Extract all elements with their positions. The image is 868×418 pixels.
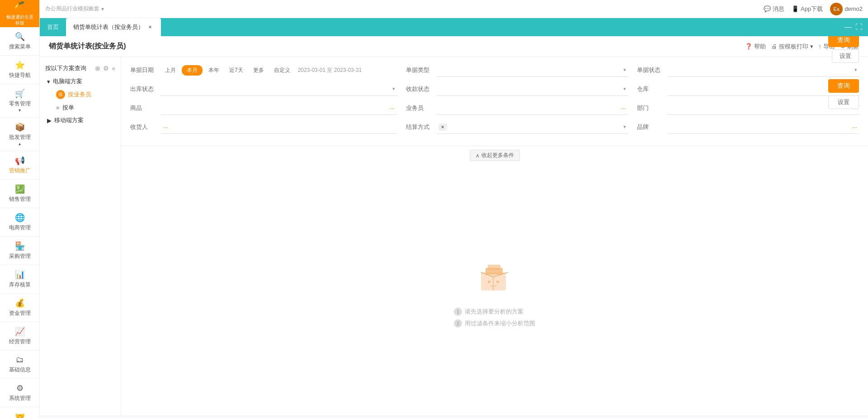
left-panel-title: 按以下方案查询 <box>45 64 86 72</box>
out-status-chevron: ▾ <box>392 86 395 92</box>
salesperson-select[interactable]: ··· <box>437 101 628 115</box>
basic-info-icon: 🗂 <box>16 355 24 365</box>
app-download-action[interactable]: 📱 App下载 <box>792 5 823 13</box>
user-avatar: Ea <box>830 3 843 15</box>
system-icon: ⚙ <box>16 383 24 393</box>
goods-select[interactable]: ··· <box>161 101 397 115</box>
brand-more-icon[interactable]: ··· <box>852 124 857 131</box>
print-dropdown-icon: ▾ <box>810 43 813 50</box>
user-name: demo2 <box>844 5 863 12</box>
consignee-control: ··· <box>161 120 397 134</box>
tip-num-2: 2 <box>454 319 462 328</box>
tab-close-icon[interactable]: × <box>146 24 154 31</box>
consignee-field[interactable]: ··· <box>161 120 397 134</box>
settings-button-float[interactable]: 设置 <box>828 95 859 109</box>
date-label: 单据日期 <box>130 66 157 74</box>
collapse-button[interactable]: ∧ 收起更多条件 <box>470 150 520 161</box>
tabbar-right: — ⛶ <box>844 23 868 31</box>
breadcrumb-text: 办公用品行业模拟账套 <box>45 5 99 13</box>
doc-type-label: 单据类型 <box>406 66 433 74</box>
salesperson-filter-label: 业务员 <box>406 104 433 112</box>
doc-type-select[interactable]: ▾ <box>437 63 628 77</box>
purchase-icon: 🏪 <box>15 241 25 251</box>
settlement-field[interactable]: × ▾ <box>437 120 628 134</box>
topbar-actions: 💬 消息 📱 App下载 Ea demo2 <box>764 3 863 15</box>
sidebar-item-quick-nav[interactable]: ⭐ 快捷导航 <box>0 56 40 84</box>
sidebar-item-purchase[interactable]: 🏪 采购管理 <box>0 237 40 265</box>
help-action[interactable]: ❓ 帮助 <box>745 43 766 51</box>
brand-select[interactable]: ··· <box>668 120 859 134</box>
date-btn-this-month[interactable]: 本月 <box>182 65 203 76</box>
sidebar-item-marketing[interactable]: 📢 营销推广 <box>0 151 40 180</box>
print-action[interactable]: 🖨 按模板打印 ▾ <box>771 43 813 51</box>
salesperson-icon: 按 <box>56 90 65 99</box>
settings-scheme-icon[interactable]: ⚙ <box>103 65 109 72</box>
collapse-panel-icon[interactable]: « <box>112 65 115 72</box>
settlement-tag-close[interactable]: × <box>441 124 444 130</box>
tab-home[interactable]: 首页 <box>40 18 66 36</box>
main-area: 办公用品行业模拟账套 ▾ 💬 消息 📱 App下载 Ea demo2 首页 <box>40 0 868 418</box>
tab-maximize-icon[interactable]: ⛶ <box>855 23 863 31</box>
sidebar-item-operations[interactable]: 📈 经营管理 <box>0 322 40 351</box>
marketing-icon: 📢 <box>15 156 25 166</box>
salesperson-more-icon[interactable]: ··· <box>621 104 626 112</box>
sales-icon: 💹 <box>15 184 25 194</box>
tree-node-desktop[interactable]: ▾ 电脑端方案 <box>40 75 121 88</box>
filter-body: 单据日期 上月 本月 本年 近7天 更多 自定义 <box>121 57 868 146</box>
sidebar-item-retail[interactable]: 🛒 零售管理 ▾ <box>0 84 40 118</box>
page-content: 销货单统计表(按业务员) ❓ 帮助 🖨 按模板打印 ▾ ↑ 导出 ↻ 刷新 <box>40 36 868 418</box>
right-area: 单据日期 上月 本月 本年 近7天 更多 自定义 <box>121 57 868 415</box>
sidebar-item-basic-info[interactable]: 🗂 基础信息 <box>0 351 40 379</box>
receipt-status-select[interactable]: ▾ <box>437 82 628 96</box>
user-action[interactable]: Ea demo2 <box>830 3 863 15</box>
collapse-bar: ∧ 收起更多条件 <box>121 146 868 165</box>
doc-status-control: ▾ <box>668 63 859 77</box>
tree-node-label: 电脑端方案 <box>53 77 82 86</box>
date-btn-this-year[interactable]: 本年 <box>204 65 223 76</box>
tree-children-desktop: 按 按业务员 ≡ 按单 <box>40 88 121 114</box>
query-button-float[interactable]: 查询 <box>828 79 859 93</box>
sidebar-item-system[interactable]: ⚙ 系统管理 <box>0 379 40 407</box>
tree-node-mobile[interactable]: ▶ 移动端方案 <box>40 114 121 127</box>
sidebar-item-inventory[interactable]: 📊 库存核算 <box>0 265 40 294</box>
out-status-select[interactable]: ▾ <box>161 82 397 96</box>
sidebar-label-finance: 资金管理 <box>9 309 31 317</box>
empty-illustration <box>474 256 515 299</box>
sidebar-label-operations: 经营管理 <box>9 338 31 346</box>
sidebar-item-finance[interactable]: 💰 资金管理 <box>0 294 40 322</box>
sidebar-item-ecommerce[interactable]: 🌐 电商管理 <box>0 208 40 237</box>
sidebar-label-quick-nav: 快捷导航 <box>9 71 31 79</box>
add-scheme-icon[interactable]: ⊕ <box>95 65 100 72</box>
date-btn-more[interactable]: 更多 <box>249 65 268 76</box>
sidebar-label-search: 搜索菜单 <box>9 43 31 51</box>
goods-control: ··· <box>161 101 397 115</box>
sidebar-item-search[interactable]: 🔍 搜索菜单 <box>0 27 40 56</box>
tab-sales-stats[interactable]: 销货单统计表（按业务员） × <box>66 18 161 36</box>
filter-row-2: 出库状态 ▾ 收款状态 <box>130 82 859 96</box>
empty-state: 1 请先选择要分析的方案 2 用过滤条件来缩小分析范围 <box>121 168 868 415</box>
sidebar-label-marketing: 营销推广 <box>9 167 31 175</box>
date-btn-last-7-days[interactable]: 近7天 <box>225 65 247 76</box>
app-download-label: App下载 <box>801 5 823 13</box>
collapse-label: 收起更多条件 <box>481 152 514 159</box>
query-button[interactable]: 查询 <box>828 36 859 47</box>
date-btn-custom[interactable]: 自定义 <box>270 65 294 76</box>
date-btn-last-month[interactable]: 上月 <box>161 65 180 76</box>
filter-item-doc-type: 单据类型 ▾ <box>406 63 628 77</box>
consignee-more-icon[interactable]: ··· <box>163 124 168 131</box>
breadcrumb: 办公用品行业模拟账套 ▾ <box>45 5 104 13</box>
floating-buttons: 查询 设置 <box>828 79 859 109</box>
filter-item-settlement: 结算方式 × ▾ <box>406 120 628 134</box>
settings-button[interactable]: 设置 <box>832 49 859 63</box>
doc-status-select[interactable]: ▾ <box>668 63 859 77</box>
goods-more-icon[interactable]: ··· <box>390 104 395 112</box>
sidebar-item-enterprise[interactable]: 🤝 企业协同 <box>0 407 40 418</box>
breadcrumb-dropdown-icon[interactable]: ▾ <box>101 6 104 12</box>
tree-item-by-order[interactable]: ≡ 按单 <box>51 101 121 114</box>
sales-stats-tab-label: 销货单统计表（按业务员） <box>73 23 144 31</box>
sidebar-item-sales[interactable]: 💹 销售管理 <box>0 180 40 208</box>
tree-item-by-salesperson[interactable]: 按 按业务员 <box>51 88 121 101</box>
tab-minimize-icon[interactable]: — <box>844 23 852 31</box>
sidebar-item-wholesale[interactable]: 📦 批发管理 ▴ <box>0 118 40 151</box>
message-action[interactable]: 💬 消息 <box>764 5 784 13</box>
